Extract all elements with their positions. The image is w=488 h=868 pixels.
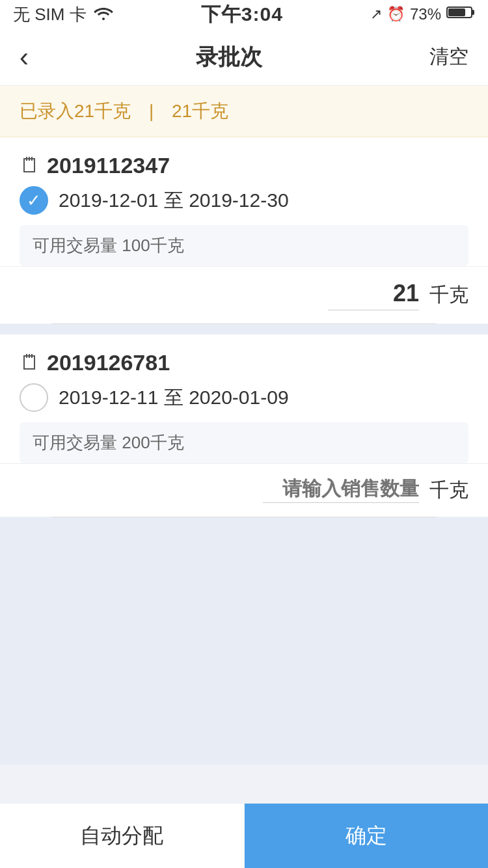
batch1-qty-text: 可用交易量 100千克 [33,236,184,255]
clear-button[interactable]: 清空 [429,44,468,70]
batch-doc-icon-2: 🗒 [20,351,40,375]
batch2-quantity-input[interactable] [263,478,419,500]
status-bar: 无 SIM 卡 下午3:04 ↗ ⏰ 73% [0,0,488,29]
svg-rect-2 [472,10,474,15]
batch1-id-row: 🗒 2019112347 [20,153,468,178]
batch1-qty: 可用交易量 100千克 [20,225,468,266]
summary-divider: | [144,101,159,122]
batch1-date: 2019-12-01 至 2019-12-30 [59,187,289,214]
battery-icon [446,5,475,23]
status-time: 下午3:04 [201,1,283,28]
batch1-quantity-input[interactable] [328,280,419,307]
confirm-button[interactable]: 确定 [245,804,489,868]
batch-doc-icon: 🗒 [20,154,40,178]
back-button[interactable]: ‹ [20,44,29,71]
battery-percent: 73% [410,5,441,23]
batch2-date-row[interactable]: 2019-12-11 至 2020-01-09 [20,383,468,412]
section-divider [0,324,488,334]
batch1-date-row[interactable]: ✓ 2019-12-01 至 2019-12-30 [20,186,468,215]
auto-distribute-label: 自动分配 [80,822,163,850]
sim-label: 无 SIM 卡 [13,3,87,26]
batch2-input-wrapper[interactable] [263,478,419,503]
batch2-unit: 千克 [429,477,468,504]
batch1-unit: 千克 [429,282,468,308]
confirm-label: 确定 [346,822,387,850]
summary-recorded: 已录入21千克 [20,99,131,124]
page-title: 录批次 [196,42,262,72]
batch2-id-row: 🗒 2019126781 [20,350,468,375]
wifi-icon [93,5,114,25]
location-icon: ↗ [370,6,382,23]
summary-bar: 已录入21千克 | 21千克 [0,86,488,137]
batch2-qty-text: 可用交易量 200千克 [33,433,184,452]
status-left: 无 SIM 卡 [13,3,114,26]
batch2-qty: 可用交易量 200千克 [20,422,468,463]
alarm-icon: ⏰ [387,6,405,23]
bottom-spacer [0,517,488,765]
check-icon: ✓ [27,192,41,209]
svg-rect-1 [448,8,465,16]
batch1-input-wrapper[interactable] [328,280,419,310]
batch2-amount-row: 千克 [0,463,488,517]
batch1-id: 2019112347 [47,153,170,178]
content-area: 🗒 2019112347 ✓ 2019-12-01 至 2019-12-30 可… [0,137,488,868]
auto-distribute-button[interactable]: 自动分配 [0,804,245,868]
batch-card-2: 🗒 2019126781 2019-12-11 至 2020-01-09 可用交… [0,334,488,517]
nav-bar: ‹ 录批次 清空 [0,29,488,86]
batch2-id: 2019126781 [47,350,170,375]
batch1-radio[interactable]: ✓ [20,186,48,215]
status-right: ↗ ⏰ 73% [370,5,475,23]
batch1-amount-row: 千克 [0,266,488,323]
footer: 自动分配 确定 [0,803,488,868]
batch2-date: 2019-12-11 至 2020-01-09 [59,385,289,411]
batch2-radio[interactable] [20,383,48,412]
summary-amount: 21千克 [172,99,228,124]
batch-card-1: 🗒 2019112347 ✓ 2019-12-01 至 2019-12-30 可… [0,137,488,323]
